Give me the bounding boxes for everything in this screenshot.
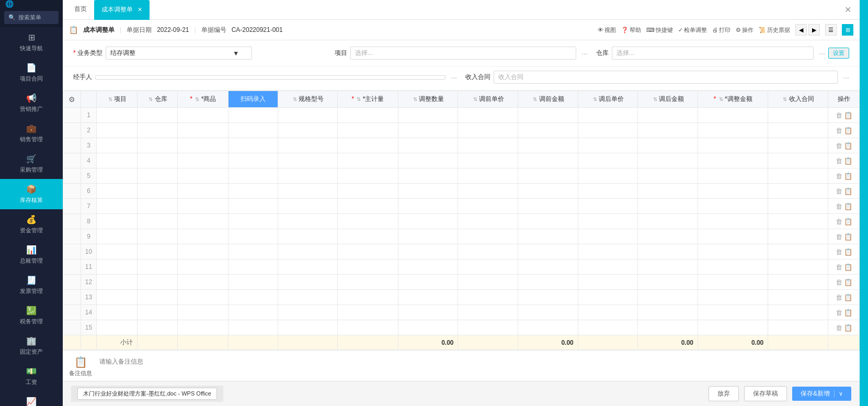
table-data-cell[interactable] — [518, 320, 578, 335]
table-data-cell[interactable] — [698, 244, 768, 260]
table-data-cell[interactable] — [97, 260, 138, 275]
table-data-cell[interactable] — [229, 184, 278, 199]
table-data-cell[interactable] — [638, 199, 698, 214]
table-data-cell[interactable] — [229, 168, 278, 184]
tab-home[interactable]: 首页 — [67, 0, 94, 20]
table-data-cell[interactable] — [578, 260, 638, 275]
table-data-cell[interactable] — [338, 320, 398, 335]
table-data-cell[interactable] — [178, 320, 229, 335]
taskbar-item[interactable]: 木门行业好业财处理方案-墨红红.doc - WPS Office — [77, 388, 217, 400]
delete-row-icon[interactable]: 🗑 — [836, 157, 842, 165]
project-input[interactable]: 选择... — [350, 47, 576, 60]
sort-icon[interactable]: ⇅ — [149, 96, 153, 102]
table-data-cell[interactable] — [338, 275, 398, 290]
table-data-cell[interactable] — [768, 244, 828, 260]
table-data-cell[interactable] — [768, 199, 828, 214]
table-data-cell[interactable] — [458, 214, 518, 229]
table-data-cell[interactable] — [178, 168, 229, 184]
grid-list-btn[interactable]: ☰ — [825, 24, 837, 36]
table-data-cell[interactable] — [398, 305, 458, 320]
table-data-cell[interactable] — [338, 138, 398, 153]
table-data-cell[interactable] — [178, 214, 229, 229]
table-data-cell[interactable] — [229, 320, 278, 335]
table-data-cell[interactable] — [178, 138, 229, 153]
delete-row-icon[interactable]: 🗑 — [836, 127, 842, 134]
table-data-cell[interactable] — [278, 244, 338, 260]
sort-icon[interactable]: ⇅ — [293, 96, 297, 102]
table-data-cell[interactable] — [638, 214, 698, 229]
table-data-cell[interactable] — [398, 108, 458, 123]
table-settings-icon[interactable]: ⚙ — [68, 95, 75, 104]
table-data-cell[interactable] — [229, 275, 278, 290]
tab-close-icon[interactable]: ✕ — [138, 6, 142, 13]
table-data-cell[interactable] — [338, 108, 398, 123]
table-data-cell[interactable] — [178, 275, 229, 290]
table-data-cell[interactable] — [398, 138, 458, 153]
biz-type-select[interactable]: 结存调整 ▼ — [106, 47, 252, 60]
table-data-cell[interactable] — [638, 320, 698, 335]
save-new-btn[interactable]: 保存&新增 ∨ — [792, 387, 851, 401]
delete-row-icon[interactable]: 🗑 — [836, 111, 842, 119]
project-col-header[interactable]: ⇅ 项目 — [97, 91, 138, 108]
table-data-cell[interactable] — [518, 184, 578, 199]
table-data-cell[interactable] — [178, 244, 229, 260]
table-data-cell[interactable] — [768, 168, 828, 184]
sort-icon[interactable]: ⇅ — [533, 96, 537, 102]
table-data-cell[interactable] — [338, 290, 398, 305]
table-data-cell[interactable] — [698, 320, 768, 335]
delete-row-icon[interactable]: 🗑 — [836, 218, 842, 225]
copy-row-icon[interactable]: 📋 — [844, 248, 852, 256]
sidebar-item-funds-mgmt[interactable]: 💰 资金管理 — [0, 209, 63, 240]
table-data-cell[interactable] — [229, 138, 278, 153]
table-data-cell[interactable] — [458, 260, 518, 275]
delete-row-icon[interactable]: 🗑 — [836, 172, 842, 180]
table-data-cell[interactable] — [578, 168, 638, 184]
table-data-cell[interactable] — [278, 184, 338, 199]
sort-icon[interactable]: ⇅ — [783, 96, 787, 102]
handler-dots-btn[interactable]: ··· — [451, 73, 457, 82]
copy-row-icon[interactable]: 📋 — [844, 278, 852, 286]
table-data-cell[interactable] — [338, 260, 398, 275]
after-price-col-header[interactable]: ⇅ 调后单价 — [578, 91, 638, 108]
abandon-btn[interactable]: 放弃 — [709, 386, 739, 401]
nav-next-btn[interactable]: ▶ — [808, 24, 820, 36]
table-data-cell[interactable] — [578, 229, 638, 244]
table-data-cell[interactable] — [458, 305, 518, 320]
table-data-cell[interactable] — [518, 138, 578, 153]
sidebar-item-ops-mgmt[interactable]: 📈 经营管理 — [0, 391, 63, 406]
table-data-cell[interactable] — [768, 320, 828, 335]
table-data-cell[interactable] — [229, 229, 278, 244]
table-data-cell[interactable] — [97, 244, 138, 260]
sidebar-item-fixed-assets[interactable]: 🏢 固定资产 — [0, 331, 63, 361]
table-data-cell[interactable] — [398, 260, 458, 275]
remarks-toggle-btn[interactable]: 📋 备注信息 — [69, 356, 92, 377]
table-data-cell[interactable] — [278, 275, 338, 290]
after-amount-col-header[interactable]: ⇅ 调后金额 — [638, 91, 698, 108]
save-new-arrow-icon[interactable]: ∨ — [834, 390, 843, 397]
table-data-cell[interactable] — [768, 229, 828, 244]
history-btn[interactable]: 📜 历史票据 — [759, 26, 790, 34]
settings-header[interactable]: ⚙ — [63, 91, 81, 108]
sort-icon[interactable]: ⇅ — [108, 96, 112, 102]
table-data-cell[interactable] — [638, 168, 698, 184]
table-data-cell[interactable] — [398, 168, 458, 184]
table-data-cell[interactable] — [97, 305, 138, 320]
copy-row-icon[interactable]: 📋 — [844, 202, 852, 210]
table-data-cell[interactable] — [458, 199, 518, 214]
prev-price-col-header[interactable]: ⇅ 调前单价 — [458, 91, 518, 108]
sidebar-item-project-contract[interactable]: 📄 项目合同 — [0, 58, 63, 88]
table-data-cell[interactable] — [278, 305, 338, 320]
table-data-cell[interactable] — [229, 244, 278, 260]
copy-row-icon[interactable]: 📋 — [844, 172, 852, 180]
table-data-cell[interactable] — [338, 214, 398, 229]
table-data-cell[interactable] — [578, 320, 638, 335]
table-data-cell[interactable] — [518, 260, 578, 275]
table-data-cell[interactable] — [768, 184, 828, 199]
table-data-cell[interactable] — [278, 108, 338, 123]
income-contract-input[interactable]: 收入合同 — [494, 71, 838, 84]
table-data-cell[interactable] — [698, 275, 768, 290]
table-data-cell[interactable] — [278, 123, 338, 138]
table-data-cell[interactable] — [458, 153, 518, 168]
table-data-cell[interactable] — [338, 199, 398, 214]
table-data-cell[interactable] — [518, 305, 578, 320]
